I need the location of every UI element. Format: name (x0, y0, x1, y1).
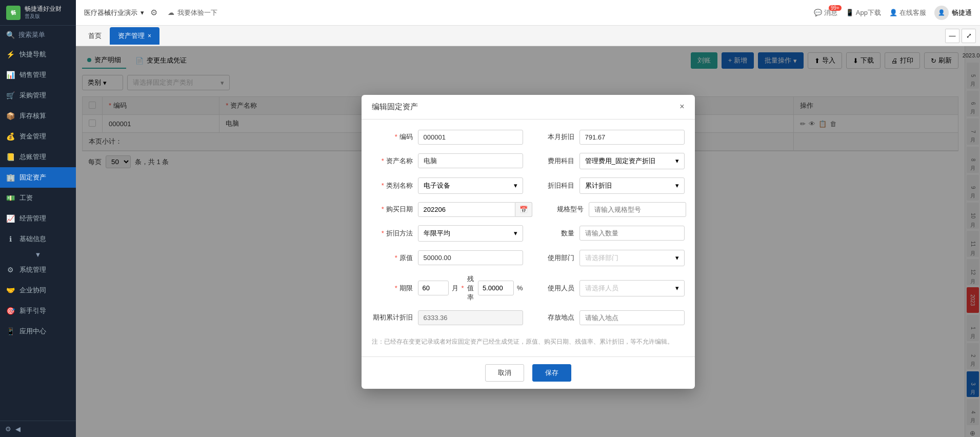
form-col-location: 存放地点 (533, 310, 685, 325)
form-row-5: * 折旧方法 年限平均 ▾ 数量 (372, 225, 685, 242)
code-input[interactable] (418, 130, 523, 145)
form-row-8: 期初累计折旧 存放地点 (372, 310, 685, 325)
residual-rate-label: 残值率 (467, 274, 475, 302)
period-unit: 月 (452, 284, 458, 293)
residual-rate-input[interactable] (478, 281, 514, 295)
user-name: 畅捷通 (952, 8, 972, 17)
company-selector[interactable]: 医疗器械行业演示 ▾ (84, 8, 144, 17)
code-label: * 编码 (372, 132, 418, 142)
tab-expand-button[interactable]: ⤢ (962, 29, 976, 43)
sidebar-item-funds[interactable]: 💰 资金管理 (0, 126, 76, 147)
save-button[interactable]: 保存 (532, 364, 571, 382)
sidebar-item-quick-nav[interactable]: ⚡ 快捷导航 (0, 44, 76, 65)
system-label: 系统管理 (19, 265, 46, 274)
enterprise-label: 企业协同 (19, 286, 46, 295)
original-value-input[interactable] (418, 250, 523, 265)
download-icon: 📱 (846, 9, 854, 16)
cloud-icon: ☁ (168, 9, 174, 16)
name-input[interactable] (418, 153, 523, 168)
sidebar-scroll-down[interactable]: ▼ (0, 249, 76, 260)
purchase-date-field: 📅 (418, 202, 532, 217)
tab-asset-mgmt-label: 资产管理 (118, 31, 145, 41)
sidebar-item-app-center[interactable]: 📱 应用中心 (0, 321, 76, 342)
ledger-label: 总账管理 (19, 152, 46, 162)
sidebar-item-fixed-assets[interactable]: 🏢 固定资产 (0, 167, 76, 188)
sidebar-item-purchase[interactable]: 🛒 采购管理 (0, 85, 76, 106)
dep-method-select[interactable]: 年限平均 ▾ (418, 225, 523, 242)
expense-account-select[interactable]: 管理费用_固定资产折旧 ▾ (579, 153, 685, 169)
online-service-label: 在线客服 (899, 8, 926, 17)
sidebar-header: 畅 畅捷通好业财 普及版 (0, 0, 76, 26)
company-dropdown-icon: ▾ (141, 9, 144, 16)
category-form-label: * 类别名称 (372, 181, 418, 190)
modal-overlay: 编辑固定资产 × * 编码 本月折旧 (76, 46, 980, 437)
user-select[interactable]: 请选择人员 ▾ (579, 280, 685, 296)
quick-nav-icon: ⚡ (5, 49, 15, 59)
sidebar-item-operations[interactable]: 📈 经营管理 (0, 208, 76, 229)
dept-select[interactable]: 请选择部门 ▾ (579, 250, 685, 266)
dep-account-select[interactable]: 累计折旧 ▾ (579, 177, 685, 194)
sidebar-item-enterprise[interactable]: 🤝 企业协同 (0, 280, 76, 301)
form-col-category: * 类别名称 电子设备 ▾ (372, 177, 523, 194)
tab-close-icon[interactable]: × (148, 32, 151, 39)
purchase-date-input[interactable] (418, 202, 515, 217)
inventory-icon: 📦 (5, 111, 15, 121)
sidebar-item-sales[interactable]: 📊 销售管理 (0, 65, 76, 85)
operations-icon: 📈 (5, 213, 15, 224)
expense-account-label: 费用科目 (533, 156, 579, 166)
user-menu[interactable]: 👤 畅捷通 (934, 6, 972, 20)
sidebar-item-ledger[interactable]: 📒 总账管理 (0, 147, 76, 167)
settings-icon: ⚙ (5, 425, 11, 433)
sidebar-item-search[interactable]: 🔍 搜索菜单 (0, 26, 76, 44)
sidebar-item-payroll[interactable]: 💵 工资 (0, 188, 76, 208)
name-label: * 资产名称 (372, 156, 418, 166)
online-service-button[interactable]: 👤 在线客服 (889, 8, 926, 17)
form-col-purchase-date: * 购买日期 📅 (372, 202, 532, 217)
tab-minimize-button[interactable]: — (945, 29, 959, 43)
modal-close-button[interactable]: × (679, 102, 684, 111)
tab-asset-mgmt[interactable]: 资产管理 × (110, 27, 159, 45)
cancel-button[interactable]: 取消 (485, 364, 524, 382)
settings-button[interactable]: ⚙ (150, 8, 157, 17)
period-input[interactable] (418, 281, 449, 295)
form-col-dep-method: * 折旧方法 年限平均 ▾ (372, 225, 523, 242)
modal-body: * 编码 本月折旧 (362, 120, 695, 356)
calendar-icon[interactable]: 📅 (515, 202, 532, 217)
sidebar: 畅 畅捷通好业财 普及版 🔍 搜索菜单 ⚡ 快捷导航 📊 销售管理 🛒 采购管理… (0, 0, 76, 437)
sidebar-toggle-icon: ◀ (15, 425, 21, 433)
period-label: * 期限 (372, 284, 418, 293)
sidebar-item-system[interactable]: ⚙ 系统管理 (0, 260, 76, 280)
payroll-label: 工资 (19, 193, 33, 203)
experience-label: 我要体验一下 (177, 8, 217, 17)
category-value: 电子设备 (424, 181, 450, 190)
dep-method-dropdown-icon: ▾ (514, 229, 517, 237)
category-select[interactable]: 电子设备 ▾ (418, 177, 523, 194)
form-col-expense-account: 费用科目 管理费用_固定资产折旧 ▾ (533, 153, 685, 169)
dept-label: 使用部门 (533, 253, 579, 263)
spec-model-input[interactable] (589, 202, 686, 217)
expense-account-value: 管理费用_固定资产折旧 (585, 156, 655, 166)
experience-button[interactable]: ☁ 我要体验一下 (168, 8, 217, 17)
tab-bar: 首页 资产管理 × — ⤢ (76, 26, 980, 46)
location-input[interactable] (579, 310, 685, 325)
expense-account-dropdown-icon: ▾ (675, 157, 679, 165)
sidebar-settings[interactable]: ⚙ ◀ (0, 421, 76, 437)
content-area: 资产明细 📄 变更生成凭证 刘账 + 新增 批量操作 ▾ (76, 46, 980, 437)
modal-title: 编辑固定资产 (372, 102, 418, 112)
newbie-icon: 🎯 (5, 306, 15, 316)
quantity-input[interactable] (579, 226, 685, 241)
purchase-icon: 🛒 (5, 90, 15, 101)
sidebar-item-inventory[interactable]: 📦 库存核算 (0, 106, 76, 126)
modal-header: 编辑固定资产 × (362, 95, 695, 120)
dep-method-value: 年限平均 (424, 229, 450, 238)
sidebar-item-newbie[interactable]: 🎯 新手引导 (0, 301, 76, 321)
purchase-label: 采购管理 (19, 91, 46, 100)
monthly-dep-input[interactable] (579, 130, 685, 145)
app-download-button[interactable]: 📱 App下载 (846, 8, 881, 17)
operations-label: 经营管理 (19, 214, 46, 223)
tabbar-controls: — ⤢ (945, 29, 976, 43)
notification-button[interactable]: 💬 消息 99+ (814, 8, 837, 17)
sales-label: 销售管理 (19, 70, 46, 80)
tab-home[interactable]: 首页 (80, 27, 110, 45)
sidebar-item-basic-info[interactable]: ℹ 基础信息 (0, 229, 76, 249)
